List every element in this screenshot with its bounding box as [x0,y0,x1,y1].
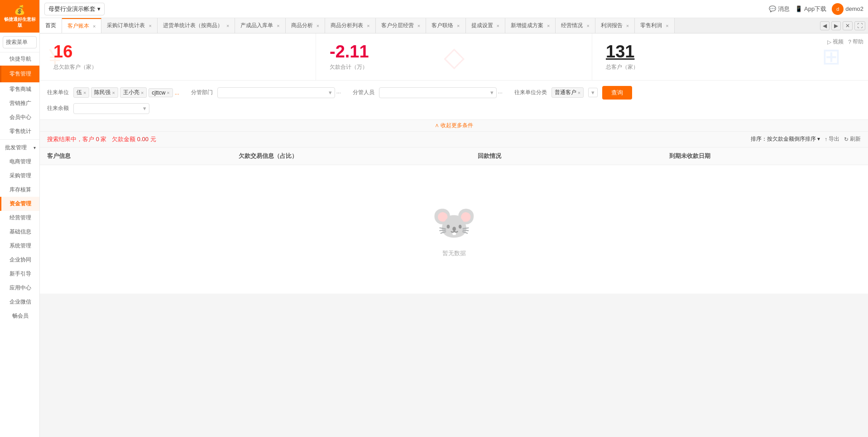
results-amount: 0.00 [137,136,149,142]
empty-state: 🐭 暂无数据 [40,165,868,294]
tabs-prev-button[interactable]: ◀ [820,21,830,30]
sidebar-item-purchase[interactable]: 采购管理 [0,169,39,183]
logo-text: 畅捷通好生意标版 [3,16,37,28]
tab-profit-report[interactable]: 利润报告 × [595,18,635,33]
results-actions: 排序：按欠款金额倒序排序 ▾ ↑ 导出 ↻ 刷新 [751,135,861,143]
sidebar-item-member[interactable]: 畅会员 [0,309,39,323]
filter-tags-unit: 伍 × 陈民强 × 王小亮 × cjttcw × ... [73,87,179,98]
sidebar-item-quick-nav[interactable]: 快捷导航 [0,52,39,66]
remove-tag-wu[interactable]: × [83,90,86,95]
export-button[interactable]: ↑ 导出 [825,135,839,143]
tab-customer-ledger[interactable]: 客户账本 × [62,18,101,33]
close-icon[interactable]: × [626,23,629,28]
sidebar-item-membership[interactable]: 会员中心 [0,110,39,124]
close-icon[interactable]: × [586,23,589,28]
tabs-next-button[interactable]: ▶ [831,21,841,30]
collapse-button[interactable]: ∧ 收起更多条件 [435,122,473,129]
filter-row-1: 往来单位 伍 × 陈民强 × 王小亮 × cjttcw [47,86,861,100]
stat-bg-icon-building: ⊞ [822,43,841,70]
app-download-button[interactable]: 📱 App下载 [795,5,826,13]
stat-value-total: 131 [606,43,634,62]
results-count: 0 [96,136,99,142]
sidebar-item-marketing[interactable]: 营销推广 [0,96,39,110]
sidebar-item-guide[interactable]: 新手引导 [0,267,39,281]
sidebar-item-retail-stats[interactable]: 零售统计 [0,124,39,138]
filter-tag-normal-customer: 普通客户 × [551,87,584,98]
app-logo: 💰 畅捷通好生意标版 [0,0,39,33]
remove-tag-chen[interactable]: × [112,90,115,95]
user-avatar-button[interactable]: d demo2 [832,3,863,15]
sidebar-item-system[interactable]: 系统管理 [0,239,39,253]
filter-dept-more[interactable]: ··· [336,90,341,96]
remove-tag-cjttcw[interactable]: × [167,90,169,95]
sidebar-item-enterprise[interactable]: 企业协同 [0,253,39,267]
table-col-due-date: 到期未收款日期 [669,152,861,160]
stat-label-total: 总客户（家） [606,63,638,71]
sidebar-item-retail-mall[interactable]: 零售商城 [0,82,39,96]
tab-goods-stats[interactable]: 进货单统计表（按商品） × [158,18,235,33]
close-icon[interactable]: × [317,23,319,28]
close-icon[interactable]: × [497,23,499,28]
page-content: ¥ 16 总欠款客户（家） ◇ -2.11 欠款合计（万） ▷ 视频 ? 帮助 [40,33,868,437]
help-button[interactable]: ? 帮助 [848,38,863,46]
sidebar-divider-1 [0,139,39,140]
close-icon[interactable]: × [367,23,369,28]
sidebar-item-ecommerce[interactable]: 电商管理 [0,155,39,169]
close-icon[interactable]: × [277,23,279,28]
tab-retail-profit[interactable]: 零售利润 × [635,18,674,33]
sidebar-item-basic-info[interactable]: 基础信息 [0,225,39,239]
close-icon[interactable]: × [457,23,460,28]
tab-product-inbound[interactable]: 产成品入库单 × [235,18,285,33]
tab-product-analysis[interactable]: 商品分析 × [286,18,325,33]
tab-operations[interactable]: 经营情况 × [556,18,595,33]
results-bar: 搜索结果中，客户 0 家 欠款金额 0.00 元 排序：按欠款金额倒序排序 ▾ … [40,132,868,147]
sidebar-item-retail-management[interactable]: 零售管理 [0,66,39,82]
chevron-down-icon-dept: ▾ [329,89,332,96]
tab-product-analysis-list[interactable]: 商品分析列表 × [325,18,375,33]
chevron-down-icon: ▾ [97,5,101,12]
tab-customer-contact[interactable]: 客户联络 × [426,18,465,33]
filter-manager-more[interactable]: ··· [498,90,503,96]
topbar-right: 💬 消息 📱 App下载 d demo2 [769,3,863,15]
sidebar-item-wholesale[interactable]: 批发管理 ▾ [0,141,39,155]
filter-tag-wang: 王小亮 × [120,87,147,98]
refresh-button[interactable]: ↻ 刷新 [844,135,861,143]
filter-label-balance: 往来余额 [47,104,69,112]
tabs-fullscreen-button[interactable]: ⛶ [854,21,865,30]
chevron-down-icon-balance: ▾ [143,105,146,112]
sort-select[interactable]: 排序：按欠款金额倒序排序 ▾ [751,135,820,143]
close-icon[interactable]: × [547,23,550,28]
sidebar-item-finance[interactable]: 资金管理 [0,197,39,211]
message-button[interactable]: 💬 消息 [769,5,790,13]
account-dropdown[interactable]: 母婴行业演示帐套 ▾ [44,3,105,15]
tab-purchase-order[interactable]: 采购订单统计表 × [101,18,157,33]
filter-label-unit: 往来单位 [47,89,69,96]
balance-input[interactable] [73,103,149,114]
close-icon[interactable]: × [93,24,96,29]
tab-customer-stratification[interactable]: 客户分层经营 × [376,18,426,33]
sidebar-item-app-center[interactable]: 应用中心 [0,281,39,295]
dept-input[interactable] [217,87,335,98]
tabs-close-all-button[interactable]: ✕ [843,21,853,30]
close-icon[interactable]: × [417,23,420,28]
tab-home[interactable]: 首页 [40,18,62,33]
stats-header: ¥ 16 总欠款客户（家） ◇ -2.11 欠款合计（万） ▷ 视频 ? 帮助 [40,33,868,81]
sidebar-item-operations[interactable]: 经营管理 [0,211,39,225]
stat-label-amount: 欠款合计（万） [330,63,368,71]
search-menu-button[interactable]: 搜索菜单 [3,36,37,48]
manager-input[interactable] [379,87,497,98]
tab-commission-settings[interactable]: 提成设置 × [466,18,505,33]
remove-tag-normal[interactable]: × [578,90,580,95]
filter-more-tags[interactable]: ... [175,90,179,96]
tab-add-commission[interactable]: 新增提成方案 × [505,18,556,33]
filter-label-dept: 分管部门 [191,89,213,96]
close-icon[interactable]: × [226,23,229,28]
sidebar-item-wechat[interactable]: 企业微信 [0,295,39,309]
close-icon[interactable]: × [149,23,151,28]
remove-tag-wang[interactable]: × [141,90,144,95]
message-icon: 💬 [769,5,776,12]
close-icon[interactable]: × [666,23,668,28]
query-button[interactable]: 查询 [602,86,632,100]
table-col-debt: 欠款交易信息（占比） [239,152,478,160]
sidebar-item-inventory[interactable]: 库存核算 [0,183,39,197]
